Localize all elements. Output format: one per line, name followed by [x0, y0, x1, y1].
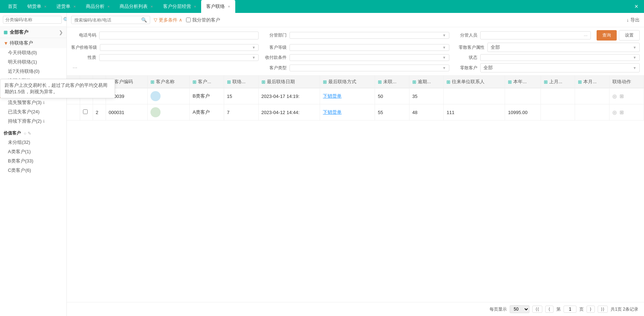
filter-row-4: ··· 客户类型 ▼ 零散客户 全部 ▼: [71, 63, 640, 72]
th-this-year: ⊞ 本年...: [505, 76, 541, 88]
close-sales-icon[interactable]: ×: [44, 0, 46, 13]
td-this-year-1: [505, 88, 541, 104]
sidebar-search-bar: 🔍: [0, 13, 66, 27]
edit-icon[interactable]: ○: [24, 131, 26, 136]
nav-purchase[interactable]: 进货单 ×: [51, 0, 80, 13]
per-page-select[interactable]: 50 100 200: [510, 305, 529, 313]
table-container: ⚙ ⊞ 客户编码: [67, 76, 644, 302]
filter-price-level: 客户价格等级 ▼: [71, 44, 259, 51]
close-customer-contact-icon[interactable]: ×: [228, 0, 230, 13]
filter-nature-select[interactable]: ▼: [99, 54, 259, 61]
td-contact-person-2: 111: [444, 104, 505, 121]
more-action-icon-2[interactable]: ⊞: [620, 109, 624, 115]
sidebar-item-churned[interactable]: 已流失客户(24): [0, 107, 66, 117]
sort-icon7: ⊞: [378, 79, 382, 85]
nav-product-list[interactable]: 商品分析列表 ×: [115, 0, 158, 13]
nav-home[interactable]: 首页: [3, 0, 22, 13]
filter-retail-customer-select[interactable]: 全部 ▼: [480, 63, 640, 72]
sort-icon2: ⊞: [150, 79, 154, 85]
last-method-link-1[interactable]: 下销货单: [323, 93, 342, 99]
filter-payment-select[interactable]: ▼: [289, 54, 449, 61]
sort-icon6: ⊞: [323, 79, 327, 85]
collapse-sidebar-icon[interactable]: ❯: [59, 30, 63, 35]
filter-customer-type-select[interactable]: ▼: [289, 65, 449, 71]
last-page-btn[interactable]: ⟩⟩: [598, 306, 608, 313]
more-conditions-btn[interactable]: ▽ 更多条件 ∧: [154, 17, 182, 23]
chevron-down-icon9: ▼: [633, 66, 636, 70]
td-name-1: [148, 88, 190, 104]
sidebar-item-today[interactable]: 今天待联络(0): [0, 48, 66, 57]
prev-page-btn[interactable]: ⟨: [545, 306, 553, 313]
chevron-up-icon: ∧: [179, 17, 182, 23]
td-last-date-1: 2023-04-17 14:19:: [258, 88, 320, 104]
close-product-analysis-icon[interactable]: ×: [107, 0, 110, 13]
pending-contact-group-title[interactable]: ▼ 待联络客户: [0, 38, 66, 48]
filter-row4-col1: ···: [71, 65, 259, 71]
nav-product-analysis[interactable]: 商品分析 ×: [81, 0, 115, 13]
th-action: 联络动作: [610, 76, 644, 88]
td-last-method-1: 下销货单: [320, 88, 375, 104]
td-this-month-2: [575, 104, 610, 121]
sidebar-item-tomorrow[interactable]: 明天待联络(1): [0, 57, 66, 67]
filter-customer-level-select[interactable]: ▼: [289, 44, 449, 51]
td-not-contact-2: 55: [375, 104, 409, 121]
value-customers-section: 价值客户 ○ ✎ 未分组(32) A类客户(1) B类客户(33) C类客户(6…: [0, 129, 66, 175]
filter-retail-attr-select[interactable]: 全部 ▼: [487, 43, 640, 52]
toolbar-search-input[interactable]: [74, 18, 139, 23]
contact-icon-1[interactable]: ◎: [612, 93, 617, 99]
td-contact-person-1: [444, 88, 505, 104]
filter-status-select[interactable]: ▼: [480, 54, 640, 61]
settings-button[interactable]: 设置: [619, 30, 640, 41]
filter-status: 状态 ▼: [452, 54, 640, 61]
filter-department-select[interactable]: ▼: [289, 32, 449, 39]
filter-retail-customer: 零散客户 全部 ▼: [452, 63, 640, 72]
filter-manager: 分管人员 ··· 查询 设置: [452, 30, 640, 41]
close-purchase-icon[interactable]: ×: [73, 0, 75, 13]
first-page-btn[interactable]: ⟨⟨: [532, 306, 542, 313]
sidebar-search-icon[interactable]: 🔍: [63, 17, 67, 23]
last-method-link-2[interactable]: 下销货单: [323, 109, 342, 115]
more-action-icon-1[interactable]: ⊞: [620, 93, 624, 99]
td-overdue-1: 35: [409, 88, 444, 104]
row-checkbox-2[interactable]: [83, 109, 88, 114]
filter-phone-input[interactable]: [99, 32, 259, 39]
toolbar-search-icon[interactable]: 🔍: [141, 17, 147, 23]
edit-icon2[interactable]: ✎: [28, 131, 31, 136]
query-button[interactable]: 查询: [597, 30, 617, 41]
grid-icon: ⊞: [4, 30, 8, 35]
sidebar-item-class-a[interactable]: A类客户(1): [0, 147, 66, 156]
th-last-month: ⊞ 上月...: [541, 76, 575, 88]
nav-customer-contact[interactable]: 客户联络 ×: [201, 0, 235, 13]
toolbar-search-container: 🔍: [71, 16, 150, 24]
nav-sales[interactable]: 销货单 ×: [22, 0, 51, 13]
sidebar-item-churn-warning[interactable]: 流失预警客户(3) ℹ: [0, 98, 66, 107]
td-last-month-2: [541, 104, 575, 121]
th-last-method: ⊞ 最后联络方式: [320, 76, 375, 88]
filter-price-level-select[interactable]: ▼: [100, 44, 259, 51]
td-checkbox-2: [80, 104, 93, 121]
close-customer-layered-icon[interactable]: ×: [194, 0, 196, 13]
close-product-list-icon[interactable]: ×: [150, 0, 153, 13]
td-type-1: B类客户: [190, 88, 224, 104]
filter-row-1: 电话号码 分管部门 ▼ 分管人员 ··· 查询: [71, 30, 640, 41]
sidebar-search-input[interactable]: [3, 16, 62, 24]
td-last-method-2: 下销货单: [320, 104, 375, 121]
sort-icon9: ⊞: [446, 79, 450, 85]
page-input[interactable]: [564, 306, 576, 313]
filter-area: 电话号码 分管部门 ▼ 分管人员 ··· 查询: [67, 27, 644, 76]
info-icon3: ℹ: [43, 119, 45, 124]
export-btn[interactable]: ↓ 导出: [627, 17, 640, 23]
sidebar-item-declining[interactable]: 持续下滑客户(2) ℹ: [0, 117, 66, 126]
nav-customer-layered[interactable]: 客户分层经营 ×: [158, 0, 201, 13]
sidebar-item-ungrouped[interactable]: 未分组(32): [0, 138, 66, 147]
sidebar-item-7days[interactable]: 近7天待联络(0): [0, 67, 66, 76]
sidebar-item-class-b[interactable]: B类客户(33): [0, 156, 66, 166]
close-all-icon[interactable]: ×: [631, 3, 641, 10]
sidebar-item-class-c[interactable]: C类客户(6): [0, 166, 66, 175]
next-page-btn[interactable]: ⟩: [587, 306, 595, 313]
contact-icon-2[interactable]: ◎: [612, 109, 617, 115]
th-not-contact: ⊞ 未联...: [375, 76, 409, 88]
th-name: ⊞ 客户名称: [148, 76, 190, 88]
my-customers-checkbox[interactable]: [186, 18, 191, 22]
chevron-down-icon: ▼: [443, 33, 446, 37]
